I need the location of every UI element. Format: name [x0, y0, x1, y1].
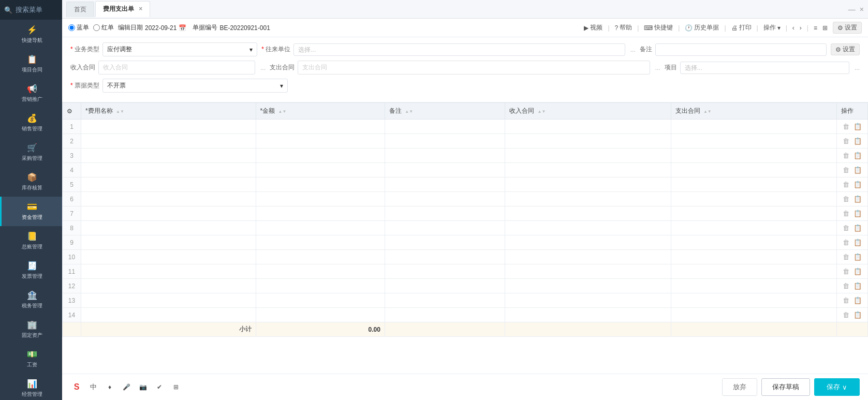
- copy-btn-10[interactable]: 📋: [854, 253, 862, 261]
- bill-type-select[interactable]: 不开票 ▾: [102, 79, 288, 93]
- expense-name-cell-1[interactable]: [81, 120, 256, 134]
- income-contract-cell-5[interactable]: [505, 177, 671, 192]
- view-list-btn[interactable]: ≡: [814, 24, 817, 32]
- amount-cell-4[interactable]: [256, 163, 385, 177]
- expense-name-cell-8[interactable]: [81, 221, 256, 235]
- form-set-btn[interactable]: ⚙ 设置: [831, 43, 860, 55]
- expense-contract-cell-2[interactable]: [671, 134, 836, 149]
- copy-btn-6[interactable]: 📋: [854, 195, 862, 203]
- amount-cell-12[interactable]: [256, 279, 385, 293]
- copy-btn-11[interactable]: 📋: [854, 268, 862, 275]
- expense-name-cell-4[interactable]: [81, 163, 256, 177]
- expense-name-cell-2[interactable]: [81, 134, 256, 149]
- tab-home[interactable]: 首页: [66, 2, 94, 17]
- close-btn[interactable]: ×: [860, 5, 864, 13]
- grid-icon[interactable]: ⊞: [170, 381, 182, 393]
- copy-btn-4[interactable]: 📋: [854, 166, 862, 174]
- amount-cell-1[interactable]: [256, 120, 385, 134]
- amount-cell-2[interactable]: [256, 134, 385, 149]
- income-contract-cell-13[interactable]: [505, 293, 671, 308]
- blue-bill-input[interactable]: [68, 24, 75, 31]
- amount-cell-6[interactable]: [256, 192, 385, 206]
- discard-button[interactable]: 放弃: [722, 378, 757, 396]
- chinese-icon[interactable]: 中: [87, 381, 99, 393]
- note-cell-4[interactable]: [385, 163, 505, 177]
- remark-input[interactable]: [655, 43, 827, 56]
- history-btn[interactable]: 🕐 历史单据: [685, 23, 719, 32]
- delete-btn-5[interactable]: 🗑: [843, 181, 849, 188]
- income-contract-cell-1[interactable]: [505, 120, 671, 134]
- expense-name-cell-6[interactable]: [81, 192, 256, 206]
- project-dots[interactable]: ...: [855, 64, 860, 71]
- amount-cell-9[interactable]: [256, 235, 385, 250]
- video-btn[interactable]: ▶ 视频: [584, 23, 602, 32]
- delete-btn-1[interactable]: 🗑: [843, 123, 849, 130]
- expense-contract-cell-10[interactable]: [671, 250, 836, 264]
- s-logo-icon[interactable]: S: [70, 381, 83, 393]
- expense-contract-cell-6[interactable]: [671, 192, 836, 206]
- expense-contract-cell-8[interactable]: [671, 221, 836, 235]
- sidebar-item-invoice[interactable]: 🧾 发票管理: [0, 256, 62, 285]
- delete-btn-3[interactable]: 🗑: [843, 152, 849, 159]
- expense-name-cell-9[interactable]: [81, 235, 256, 250]
- delete-btn-9[interactable]: 🗑: [843, 239, 849, 246]
- expense-contract-cell-12[interactable]: [671, 279, 836, 293]
- sidebar-item-quick-nav[interactable]: ⚡ 快捷导航: [0, 20, 62, 49]
- income-contract-cell-7[interactable]: [505, 206, 671, 221]
- amount-cell-11[interactable]: [256, 264, 385, 279]
- camera-icon[interactable]: 📷: [137, 381, 149, 393]
- minimize-btn[interactable]: —: [848, 5, 856, 13]
- sidebar-item-project-contract[interactable]: 📋 项目合同: [0, 49, 62, 79]
- ops-btn[interactable]: 操作 ▾: [763, 23, 781, 32]
- copy-btn-1[interactable]: 📋: [854, 123, 862, 130]
- amount-cell-5[interactable]: [256, 177, 385, 192]
- income-contract-dots[interactable]: ...: [260, 64, 266, 71]
- delete-btn-13[interactable]: 🗑: [843, 297, 849, 304]
- sidebar-item-ops[interactable]: 📊 经营管理: [0, 374, 62, 400]
- note-cell-12[interactable]: [385, 279, 505, 293]
- note-cell-6[interactable]: [385, 192, 505, 206]
- set-btn[interactable]: ⚙ 设置: [833, 22, 862, 34]
- income-contract-input[interactable]: 收入合同: [98, 61, 255, 75]
- delete-btn-14[interactable]: 🗑: [843, 311, 849, 319]
- diamond-icon[interactable]: ♦: [104, 381, 116, 393]
- expense-contract-cell-5[interactable]: [671, 177, 836, 192]
- copy-btn-9[interactable]: 📋: [854, 239, 862, 246]
- note-cell-2[interactable]: [385, 134, 505, 149]
- copy-btn-14[interactable]: 📋: [854, 311, 862, 319]
- delete-btn-10[interactable]: 🗑: [843, 253, 849, 261]
- income-contract-cell-9[interactable]: [505, 235, 671, 250]
- note-cell-7[interactable]: [385, 206, 505, 221]
- income-contract-cell-2[interactable]: [505, 134, 671, 149]
- shortcut-btn[interactable]: ⌨ 快捷键: [644, 23, 673, 32]
- check-icon[interactable]: ✔: [153, 381, 166, 393]
- copy-btn-2[interactable]: 📋: [854, 137, 862, 145]
- expense-contract-cell-1[interactable]: [671, 120, 836, 134]
- expense-name-cell-5[interactable]: [81, 177, 256, 192]
- expense-contract-dots[interactable]: ...: [655, 64, 660, 71]
- copy-btn-7[interactable]: 📋: [854, 210, 862, 217]
- delete-btn-2[interactable]: 🗑: [843, 137, 849, 145]
- income-contract-cell-4[interactable]: [505, 163, 671, 177]
- note-cell-1[interactable]: [385, 120, 505, 134]
- copy-btn-5[interactable]: 📋: [854, 181, 862, 188]
- note-cell-13[interactable]: [385, 293, 505, 308]
- delete-btn-4[interactable]: 🗑: [843, 166, 849, 174]
- note-cell-8[interactable]: [385, 221, 505, 235]
- calendar-icon[interactable]: 📅: [179, 24, 186, 32]
- copy-btn-3[interactable]: 📋: [854, 152, 862, 159]
- project-input[interactable]: [680, 62, 849, 74]
- note-cell-5[interactable]: [385, 177, 505, 192]
- sidebar-item-sales[interactable]: 💰 销售管理: [0, 108, 62, 138]
- amount-cell-14[interactable]: [256, 308, 385, 322]
- party-input[interactable]: [293, 43, 625, 56]
- note-cell-10[interactable]: [385, 250, 505, 264]
- expense-name-cell-11[interactable]: [81, 264, 256, 279]
- delete-btn-7[interactable]: 🗑: [843, 210, 849, 217]
- amount-cell-10[interactable]: [256, 250, 385, 264]
- tab-close-btn[interactable]: ×: [139, 5, 142, 12]
- delete-btn-8[interactable]: 🗑: [843, 224, 849, 232]
- delete-btn-11[interactable]: 🗑: [843, 268, 849, 275]
- sidebar-item-tax[interactable]: 🏦 税务管理: [0, 285, 62, 315]
- red-bill-input[interactable]: [93, 24, 100, 31]
